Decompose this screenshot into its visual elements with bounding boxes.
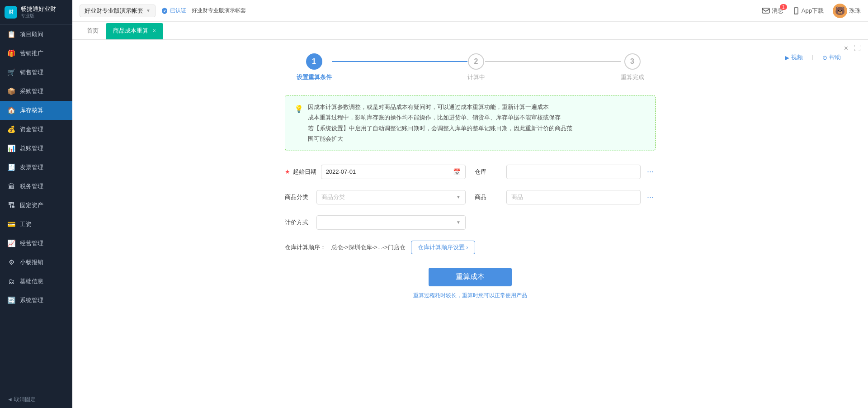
sidebar-header: 财 畅捷通好业财 专业版 bbox=[0, 0, 72, 25]
start-date-label: ★ 起始日期 bbox=[285, 168, 316, 176]
sidebar-item-finance[interactable]: 💰 资金管理 bbox=[0, 120, 72, 139]
form-row-1: ★ 起始日期 2022-07-01 📅 仓库 ··· bbox=[285, 165, 656, 179]
message-badge: 1 bbox=[780, 4, 787, 10]
shield-icon bbox=[161, 7, 168, 14]
pricing-field: 计价方式 ▼ bbox=[285, 215, 466, 230]
calendar-icon[interactable]: 📅 bbox=[453, 168, 461, 176]
svg-rect-0 bbox=[762, 8, 769, 13]
step-connector-1-2 bbox=[332, 61, 467, 62]
warehouse-order-value: 总仓->深圳仓库->...->门店仓 bbox=[331, 243, 406, 251]
steps-container: 1 设置重算条件 2 计算中 3 重算完成 bbox=[90, 53, 850, 81]
inventory-icon: 🏠 bbox=[7, 106, 15, 114]
goods-ellipsis-button[interactable]: ··· bbox=[645, 192, 656, 202]
step-1-circle: 1 bbox=[306, 53, 322, 70]
step-1-label: 设置重算条件 bbox=[297, 73, 332, 81]
step-3: 3 重算完成 bbox=[621, 53, 644, 81]
sidebar-item-project[interactable]: 📋 项目顾问 bbox=[0, 25, 72, 44]
user-name: 珠珠 bbox=[849, 7, 861, 15]
step-1: 1 设置重算条件 bbox=[297, 53, 332, 81]
tabs-bar: 首页 商品成本重算 × bbox=[72, 22, 868, 40]
marketing-icon: 🎁 bbox=[7, 49, 15, 57]
step-3-circle: 3 bbox=[624, 53, 641, 70]
pricing-select[interactable]: ▼ bbox=[316, 215, 466, 230]
expand-button[interactable]: ⛶ bbox=[854, 44, 861, 52]
warehouse-ellipsis-button[interactable]: ··· bbox=[645, 167, 656, 176]
main-area: 好业财专业版演示帐套 ▼ 已认证 好业财专业版演示帐套 消息 1 bbox=[72, 0, 868, 408]
tab-home-label: 首页 bbox=[87, 27, 99, 34]
basic-icon: 🗂 bbox=[7, 277, 15, 285]
tab-active-label: 商品成本重算 bbox=[113, 27, 148, 34]
sidebar-item-inventory[interactable]: 🏠 库存核算 bbox=[0, 101, 72, 120]
start-date-value: 2022-07-01 bbox=[326, 168, 356, 175]
sidebar-item-operations[interactable]: 📈 经营管理 bbox=[0, 234, 72, 253]
sidebar: 财 畅捷通好业财 专业版 📋 项目顾问 🎁 营销推广 🛒 销售管理 📦 采购管理… bbox=[0, 0, 72, 408]
sidebar-item-accounting[interactable]: 📊 总账管理 bbox=[0, 139, 72, 158]
category-label: 商品分类 bbox=[285, 193, 312, 201]
tab-close-icon[interactable]: × bbox=[153, 28, 156, 34]
sidebar-item-system[interactable]: 🔄 系统管理 bbox=[0, 291, 72, 310]
pricing-chevron-icon: ▼ bbox=[456, 220, 461, 225]
action-area: 重算成本 重算过程耗时较长，重算时您可以正常使用产品 bbox=[285, 268, 656, 299]
warehouse-input[interactable] bbox=[506, 165, 641, 179]
category-select[interactable]: 商品分类 ▼ bbox=[316, 190, 466, 204]
sidebar-item-tax-label: 税务管理 bbox=[20, 182, 43, 190]
sidebar-logo: 财 bbox=[5, 6, 17, 19]
category-placeholder: 商品分类 bbox=[321, 193, 345, 201]
sidebar-item-assets[interactable]: 🏗 固定资产 bbox=[0, 196, 72, 215]
recalc-button[interactable]: 重算成本 bbox=[429, 268, 512, 286]
topbar: 好业财专业版演示帐套 ▼ 已认证 好业财专业版演示帐套 消息 1 bbox=[72, 0, 868, 22]
invoice-icon: 🧾 bbox=[7, 163, 15, 171]
account-chevron-icon: ▼ bbox=[146, 8, 151, 13]
mobile-icon bbox=[793, 7, 800, 14]
goods-input[interactable]: 商品 bbox=[506, 190, 641, 204]
warehouse-field: 仓库 ··· bbox=[475, 165, 656, 179]
start-date-input[interactable]: 2022-07-01 📅 bbox=[321, 165, 466, 179]
tab-home[interactable]: 首页 bbox=[80, 23, 106, 39]
action-note: 重算过程耗时较长，重算时您可以正常使用产品 bbox=[285, 292, 656, 299]
tab-cost-recalc[interactable]: 商品成本重算 × bbox=[106, 23, 163, 39]
step-3-label: 重算完成 bbox=[621, 73, 644, 81]
close-button[interactable]: × bbox=[844, 44, 848, 52]
message-action[interactable]: 消息 1 bbox=[762, 7, 783, 15]
notice-box: 💡 因成本计算参数调整，或是对商品成本有疑问时，可以通过成本重算功能，重新计算一… bbox=[285, 95, 656, 151]
sidebar-footer-pin[interactable]: ◄ 取消固定 bbox=[0, 391, 72, 408]
sidebar-title-block: 畅捷通好业财 专业版 bbox=[21, 5, 56, 19]
verified-account-text: 好业财专业版演示帐套 bbox=[192, 7, 246, 14]
assets-icon: 🏗 bbox=[7, 201, 15, 209]
sidebar-item-marketing[interactable]: 🎁 营销推广 bbox=[0, 44, 72, 63]
sidebar-item-expense[interactable]: ⚙ 小畅报销 bbox=[0, 253, 72, 272]
account-selector[interactable]: 好业财专业版演示帐套 ▼ bbox=[80, 5, 156, 17]
goods-label: 商品 bbox=[475, 193, 502, 201]
system-icon: 🔄 bbox=[7, 296, 15, 304]
expense-icon: ⚙ bbox=[7, 258, 15, 266]
finance-icon: 💰 bbox=[7, 125, 15, 133]
sidebar-item-basic[interactable]: 🗂 基础信息 bbox=[0, 272, 72, 291]
purchase-icon: 📦 bbox=[7, 87, 15, 95]
verified-label: 已认证 bbox=[170, 7, 186, 14]
goods-field: 商品 商品 ··· bbox=[475, 190, 656, 204]
tax-icon: 🏛 bbox=[7, 182, 15, 190]
app-download-label: App下载 bbox=[802, 7, 824, 15]
sidebar-item-purchase[interactable]: 📦 采购管理 bbox=[0, 82, 72, 101]
app-download-action[interactable]: App下载 bbox=[793, 7, 824, 15]
sidebar-item-expense-label: 小畅报销 bbox=[20, 258, 43, 266]
sidebar-item-salary[interactable]: 💳 工资 bbox=[0, 215, 72, 234]
goods-placeholder: 商品 bbox=[511, 193, 523, 201]
notice-line-3: 若【系统设置】中启用了自动调整记账日期时，会调整入库单的整单记账日期，因此重新计… bbox=[308, 123, 572, 133]
sidebar-item-invoice[interactable]: 🧾 发票管理 bbox=[0, 158, 72, 177]
step-2-circle: 2 bbox=[468, 53, 484, 70]
sidebar-item-basic-label: 基础信息 bbox=[20, 277, 43, 285]
sidebar-item-sales[interactable]: 🛒 销售管理 bbox=[0, 63, 72, 82]
notice-line-2: 成本重算过程中，影响库存账的操作均不能操作，比如进货单、销货单、库存单据不能审核… bbox=[308, 112, 572, 123]
topbar-left: 好业财专业版演示帐套 ▼ 已认证 好业财专业版演示帐套 bbox=[80, 5, 246, 17]
form-row-2: 商品分类 商品分类 ▼ 商品 商品 ··· bbox=[285, 190, 656, 204]
warehouse-order-settings-button[interactable]: 仓库计算顺序设置 › bbox=[411, 241, 475, 254]
notice-icon: 💡 bbox=[294, 103, 303, 144]
start-date-field: ★ 起始日期 2022-07-01 📅 bbox=[285, 165, 466, 179]
user-profile[interactable]: 🐻 珠珠 bbox=[833, 4, 861, 18]
sidebar-item-tax[interactable]: 🏛 税务管理 bbox=[0, 177, 72, 196]
warehouse-order-btn-label: 仓库计算顺序设置 › bbox=[418, 243, 468, 251]
required-star: ★ bbox=[285, 168, 290, 175]
step-connector-2-3 bbox=[485, 61, 621, 62]
form-area: ★ 起始日期 2022-07-01 📅 仓库 ··· bbox=[285, 165, 656, 299]
